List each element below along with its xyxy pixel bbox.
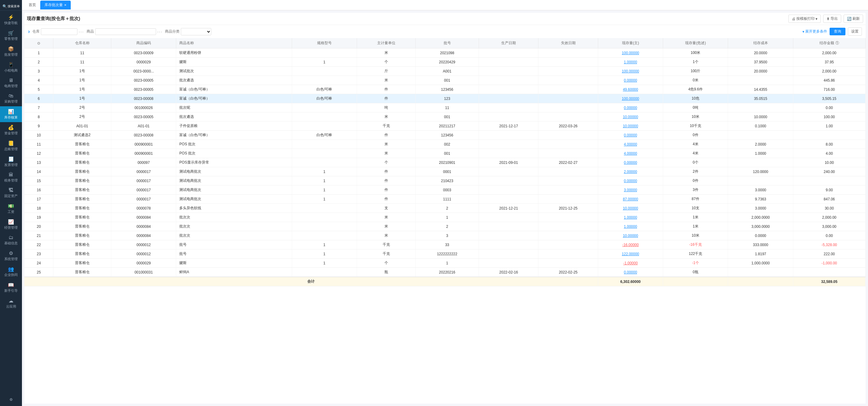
cell-name: 软硬通用粉饼: [176, 48, 292, 58]
cell-qty-main[interactable]: 0.00000: [598, 131, 663, 140]
main-wrapper: 首页 库存批次量 ✕ 现存量查询(按仓库＋批次) 🖨 按模板打印 ▾ ⬆ 导出: [22, 0, 868, 406]
table-container: ⊙ 仓库名称 商品编码 商品名称 规格型号 主计量单位 批号 生产日期 失效日期…: [24, 38, 866, 404]
cell-cost: 3.0000: [728, 185, 793, 195]
cell-qty-main[interactable]: 0.00000: [598, 176, 663, 185]
cell-name: 腱斯: [176, 259, 292, 268]
cell-batch: 123456: [415, 131, 479, 140]
cell-qty-main[interactable]: 0.00000: [598, 158, 663, 167]
cell-warehouse: 晋客粮仓: [53, 231, 111, 240]
table-row: 5 1号 0023-00005 富诚（白色/可棒） 白色/可棒 件 123456…: [24, 85, 866, 94]
warehouse-input[interactable]: [41, 28, 78, 35]
cell-spec: [292, 103, 357, 112]
cell-num: 22: [24, 240, 53, 249]
cell-qty-main[interactable]: 4.00000: [598, 140, 663, 149]
sidebar-item-general[interactable]: 📒 总账管理: [0, 138, 22, 154]
cell-qty-main[interactable]: 100.00000: [598, 94, 663, 103]
cell-qty-main[interactable]: 0.00000: [598, 268, 663, 277]
sidebar-item-base-info[interactable]: 🗂 基础信息: [0, 232, 22, 248]
total-row: 合计 6,302.60000 32,589.05: [24, 277, 866, 286]
cell-num: 25: [24, 268, 53, 277]
cell-qty-main[interactable]: 87.00000: [598, 195, 663, 204]
cell-cost: [728, 76, 793, 85]
sidebar-search[interactable]: 🔍 搜索菜单: [0, 2, 22, 11]
cell-qty-main[interactable]: 10.00000: [598, 231, 663, 240]
th-icon: ⊙: [24, 38, 53, 48]
cell-qty-main[interactable]: 10.00000: [598, 204, 663, 213]
cell-exp-date: 2021-12-25: [538, 204, 598, 213]
cell-qty-main[interactable]: 0.00000: [598, 103, 663, 112]
cell-cost: 3.0000: [728, 204, 793, 213]
th-qty-main: 现存量(主): [598, 38, 663, 48]
product-input[interactable]: [95, 28, 156, 35]
cell-exp-date: [538, 67, 598, 76]
sidebar-item-payroll[interactable]: 💵 工资: [0, 201, 22, 216]
tab-home[interactable]: 首页: [24, 1, 40, 9]
cell-num: 21: [24, 231, 53, 240]
export-button[interactable]: ⬆ 导出: [823, 14, 841, 23]
sidebar-item-fixed-assets[interactable]: 🏗 固定资产: [0, 185, 22, 201]
sidebar-item-mini-ecom[interactable]: 📱 小程电商: [0, 59, 22, 75]
cell-qty-aux: 1米: [663, 213, 728, 222]
page-title: 现存量查询(按仓库＋批次): [27, 16, 80, 22]
refresh-button[interactable]: 🔄 刷新: [844, 14, 863, 23]
cell-batch: 11: [415, 103, 479, 112]
cell-code: 0023-00005: [111, 85, 176, 94]
cell-qty-main[interactable]: 10.00000: [598, 112, 663, 122]
filter-bar: › 仓库 ··· 商品 ··· 商品分类: [24, 25, 866, 38]
cell-warehouse: 测试遴选2: [53, 131, 111, 140]
cell-qty-main[interactable]: 4.00000: [598, 149, 663, 158]
sidebar-item-retail[interactable]: 🛒 零售管理: [0, 28, 22, 43]
cell-spec: 1: [292, 176, 357, 185]
print-button[interactable]: 🖨 按模板打印 ▾: [788, 14, 821, 23]
expand-conditions[interactable]: ▾ 展开更多条件: [802, 29, 827, 34]
tab-inventory-batch[interactable]: 库存批次量 ✕: [40, 1, 71, 9]
cell-spec: [292, 231, 357, 240]
sidebar-settings[interactable]: ⚙: [0, 396, 22, 404]
sidebar-item-quick-nav[interactable]: ⚡ 快捷导航: [0, 12, 22, 28]
cell-qty-main[interactable]: 3.00000: [598, 185, 663, 195]
cell-qty-main[interactable]: 100.00000: [598, 48, 663, 58]
cell-qty-main[interactable]: 122.00000: [598, 249, 663, 259]
tab-close-icon[interactable]: ✕: [64, 3, 66, 7]
cell-unit: 米: [357, 140, 415, 149]
cell-prod-date: [479, 231, 538, 240]
sidebar-item-wholesale[interactable]: 📦 批发管理: [0, 43, 22, 59]
th-qty-aux: 现存量(危述): [663, 38, 728, 48]
cell-prod-date: [479, 222, 538, 231]
cell-unit: 米: [357, 231, 415, 240]
cell-qty-main[interactable]: 49.60000: [598, 85, 663, 94]
sidebar: 🔍 搜索菜单 ⚡ 快捷导航 🛒 零售管理 📦 批发管理 📱 小程电商 🖥 电商管…: [0, 0, 22, 406]
cell-batch: 0003: [415, 185, 479, 195]
cell-qty-main[interactable]: 0.00000: [598, 76, 663, 85]
cell-qty-main[interactable]: 1.00000: [598, 222, 663, 231]
cell-qty-main[interactable]: 1.00000: [598, 58, 663, 67]
cell-exp-date: [538, 94, 598, 103]
sidebar-item-collab[interactable]: 👥 企业协同: [0, 264, 22, 280]
sidebar-item-ecom[interactable]: 🖥 电商管理: [0, 75, 22, 91]
filter-collapse-icon[interactable]: ›: [28, 28, 30, 35]
cell-qty-main[interactable]: -16.00000: [598, 240, 663, 249]
sidebar-item-tax[interactable]: 🏛 税务管理: [0, 170, 22, 185]
cell-qty-main[interactable]: 100.00000: [598, 67, 663, 76]
settings-button[interactable]: 设置: [848, 27, 862, 36]
sidebar-item-cloud[interactable]: ☁ 云应用: [0, 296, 22, 311]
cell-qty-main[interactable]: 1.00000: [598, 213, 663, 222]
sidebar-item-guide[interactable]: 📖 新手引导: [0, 280, 22, 296]
sidebar-item-inventory[interactable]: 📊 库存核算: [0, 106, 22, 122]
query-button[interactable]: 查询: [830, 28, 845, 35]
sidebar-item-invoice[interactable]: 🧾 发票管理: [0, 154, 22, 170]
category-select[interactable]: [181, 28, 211, 35]
cell-qty-main[interactable]: 10.00000: [598, 122, 663, 131]
sidebar-item-ops[interactable]: 📈 经营管理: [0, 216, 22, 232]
inventory-table: ⊙ 仓库名称 商品编码 商品名称 规格型号 主计量单位 批号 生产日期 失效日期…: [24, 38, 866, 286]
cell-name: 鲜饲A: [176, 268, 292, 277]
sidebar-item-sys-mgmt[interactable]: ⚙ 系统管理: [0, 248, 22, 264]
sidebar-item-purchase[interactable]: 🛍 采购管理: [0, 91, 22, 106]
cell-name: 富诚（白色/可棒）: [176, 94, 292, 103]
cell-unit: 米: [357, 48, 415, 58]
cell-qty-main[interactable]: -1.00000: [598, 259, 663, 268]
th-spec: 规格型号: [292, 38, 357, 48]
table-footer: 合计 6,302.60000 32,589.05: [24, 277, 866, 286]
cell-qty-main[interactable]: 2.00000: [598, 167, 663, 176]
sidebar-item-assets[interactable]: 💰 资金管理: [0, 122, 22, 138]
